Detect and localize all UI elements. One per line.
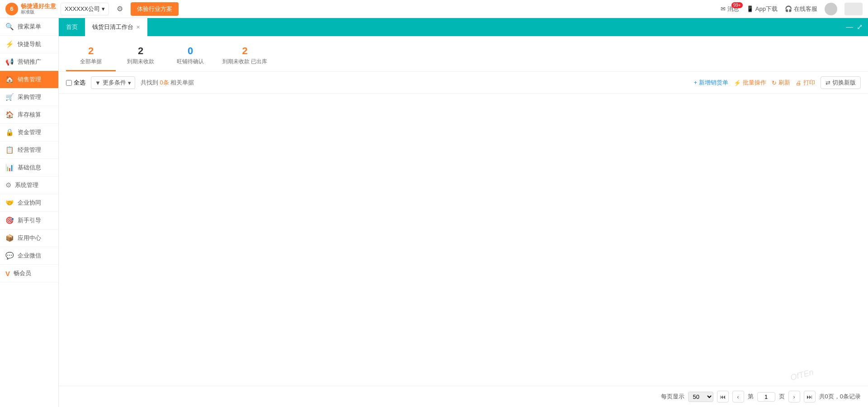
first-page-button[interactable]: ⏮ <box>717 391 729 402</box>
sidebar-item-marketing[interactable]: 📢 营销推广 <box>0 53 58 71</box>
tab-minimize-icon[interactable]: — <box>846 23 853 31</box>
app-center-icon: 📦 <box>5 234 14 242</box>
switch-icon: ⇄ <box>826 80 830 86</box>
refresh-label: 刷新 <box>778 79 790 87</box>
sidebar-item-search[interactable]: 🔍 搜索菜单 <box>0 18 58 36</box>
header-left: 6 畅捷通好生意 标准版 XXXXXX公司 ▾ ⚙ 体验行业方案 <box>5 2 179 16</box>
total-info: 共0页，0条记录 <box>819 393 861 401</box>
inventory-icon: 🏠 <box>5 111 14 119</box>
sidebar-label-operations: 经营管理 <box>18 146 41 154</box>
print-label: 打印 <box>803 79 815 87</box>
tab-workbench[interactable]: 钱货日清工作台 ✕ <box>85 18 147 36</box>
tab-home-label: 首页 <box>66 23 78 31</box>
result-count: 0条 <box>160 79 169 86</box>
enterprise-icon: 🤝 <box>5 199 14 207</box>
sidebar-item-quick-nav[interactable]: ⚡ 快捷导航 <box>0 36 58 53</box>
operations-icon: 📋 <box>5 146 14 154</box>
page-size-label: 每页显示 <box>661 393 684 401</box>
toolbar-left: 全选 ▼ 更多条件 ▾ 共找到 0条 相关单据 <box>66 76 689 89</box>
filter-button[interactable]: ▼ 更多条件 ▾ <box>91 76 135 89</box>
refresh-icon: ↻ <box>772 80 777 86</box>
sidebar-label-basic-info: 基础信息 <box>18 164 41 172</box>
result-text: 共找到 0条 相关单据 <box>141 79 194 87</box>
page-input[interactable] <box>757 392 775 402</box>
print-button[interactable]: 🖨 打印 <box>796 79 815 87</box>
last-page-button[interactable]: ⏭ <box>804 391 816 402</box>
sidebar-item-wechat[interactable]: 💬 企业微信 <box>0 247 58 265</box>
switch-button[interactable]: ⇄ 切换新版 <box>821 76 861 89</box>
app-download-button[interactable]: 📱 App下载 <box>746 5 778 13</box>
finance-icon: 🔒 <box>5 128 14 136</box>
online-service-button[interactable]: 🎧 在线客服 <box>785 5 817 13</box>
sidebar-label-sales: 销售管理 <box>18 75 41 84</box>
select-all-checkbox[interactable]: 全选 <box>66 79 85 87</box>
stat-tab-all[interactable]: 2 全部单据 <box>66 42 116 71</box>
right-panel: 首页 钱货日清工作台 ✕ — ⤢ 2 全部单据 2 到期未收款 <box>59 18 868 407</box>
experience-button[interactable]: 体验行业方案 <box>131 2 179 16</box>
stats-bar: 2 全部单据 2 到期未收款 0 旺铺待确认 2 到期未收款 已出库 <box>59 36 868 71</box>
print-icon: 🖨 <box>796 80 802 86</box>
tab-bar-actions: — ⤢ <box>846 23 868 31</box>
sidebar-label-member: 畅会员 <box>14 269 31 277</box>
sidebar-item-guide[interactable]: 🎯 新手引导 <box>0 212 58 229</box>
app-version: 标准版 <box>21 9 56 15</box>
logo-text: 畅捷通好生意 标准版 <box>21 3 56 15</box>
toolbar-right: + 新增销货单 ⚡ 批量操作 ↻ 刷新 🖨 打印 ⇄ <box>694 76 861 89</box>
stat-label-pending: 旺铺待确认 <box>177 58 204 65</box>
toolbar: 全选 ▼ 更多条件 ▾ 共找到 0条 相关单据 + 新增销货单 <box>59 71 868 94</box>
sidebar-label-inventory: 库存核算 <box>18 111 41 119</box>
sales-icon: 🏠 <box>5 75 14 84</box>
sidebar-item-member[interactable]: V 畅会员 <box>0 265 58 282</box>
user-info[interactable] <box>844 3 863 15</box>
stat-label-overdue: 到期未收款 <box>127 58 154 65</box>
sidebar-label-wechat: 企业微信 <box>18 252 41 260</box>
batch-button[interactable]: ⚡ 批量操作 <box>734 79 766 87</box>
sidebar-item-system[interactable]: ⚙ 系统管理 <box>0 177 58 194</box>
logo-icon: 6 <box>5 3 18 15</box>
filter-icon: ▼ <box>95 80 101 86</box>
system-icon: ⚙ <box>5 181 11 189</box>
stat-number-out: 2 <box>242 45 248 57</box>
tab-close-icon[interactable]: ✕ <box>136 24 140 30</box>
sidebar-item-finance[interactable]: 🔒 资金管理 <box>0 124 58 141</box>
sidebar-item-purchase[interactable]: 🛒 采购管理 <box>0 89 58 106</box>
tab-maximize-icon[interactable]: ⤢ <box>857 23 863 31</box>
sidebar-label-marketing: 营销推广 <box>18 58 41 66</box>
select-all-input[interactable] <box>66 80 72 86</box>
result-suffix: 相关单据 <box>170 79 194 86</box>
guide-icon: 🎯 <box>5 216 14 225</box>
chevron-down-icon: ▾ <box>102 5 105 12</box>
prev-page-button[interactable]: ‹ <box>732 391 744 402</box>
app-download-label: App下载 <box>755 5 778 13</box>
sidebar-item-basic-info[interactable]: 📊 基础信息 <box>0 159 58 177</box>
refresh-button[interactable]: ↻ 刷新 <box>772 79 790 87</box>
sidebar-item-inventory[interactable]: 🏠 库存核算 <box>0 106 58 124</box>
page-label: 第 <box>748 393 754 401</box>
sidebar-label-quick-nav: 快捷导航 <box>18 40 41 48</box>
add-button[interactable]: + 新增销货单 <box>694 79 728 87</box>
main-layout: 🔍 搜索菜单 ⚡ 快捷导航 📢 营销推广 🏠 销售管理 🛒 采购管理 🏠 库存核… <box>0 18 868 407</box>
sidebar-item-operations[interactable]: 📋 经营管理 <box>0 141 58 159</box>
company-selector[interactable]: XXXXXX公司 ▾ <box>61 3 109 15</box>
stat-tab-out[interactable]: 2 到期未收款 已出库 <box>215 42 274 71</box>
purchase-icon: 🛒 <box>5 93 14 101</box>
wechat-icon: 💬 <box>5 252 14 260</box>
stat-tab-pending[interactable]: 0 旺铺待确认 <box>165 42 215 71</box>
stat-tab-overdue[interactable]: 2 到期未收款 <box>116 42 165 71</box>
sidebar-label-finance: 资金管理 <box>18 128 41 136</box>
page-size-select[interactable]: 50 10 20 100 <box>688 392 713 402</box>
stat-number-all: 2 <box>88 45 94 57</box>
settings-button[interactable]: ⚙ <box>113 3 126 15</box>
tab-home[interactable]: 首页 <box>59 18 85 36</box>
filter-label: 更多条件 <box>103 79 126 87</box>
stat-number-pending: 0 <box>188 45 193 57</box>
next-page-button[interactable]: › <box>788 391 800 402</box>
sidebar-label-enterprise: 企业协同 <box>18 199 41 207</box>
app-download-icon: 📱 <box>746 5 754 12</box>
sidebar-item-app-center[interactable]: 📦 应用中心 <box>0 229 58 247</box>
sidebar-item-enterprise[interactable]: 🤝 企业协同 <box>0 194 58 212</box>
message-button[interactable]: ✉ 消息 99+ <box>721 5 739 13</box>
sidebar-item-sales[interactable]: 🏠 销售管理 <box>0 71 58 89</box>
stat-number-overdue: 2 <box>138 45 143 57</box>
avatar[interactable] <box>825 3 837 15</box>
